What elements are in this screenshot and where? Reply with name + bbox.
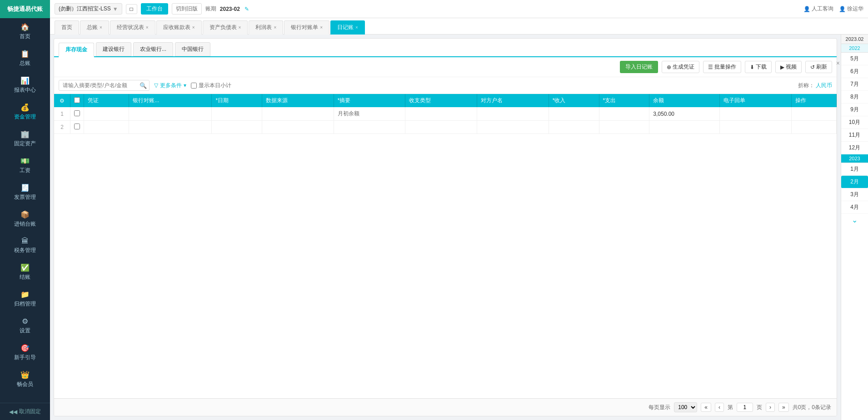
row-bank-2 bbox=[129, 121, 212, 134]
row-checkbox-1[interactable] bbox=[70, 107, 84, 121]
report-icon: 📊 bbox=[20, 76, 30, 85]
filter-dropdown-icon: ▾ bbox=[184, 82, 186, 89]
filter-button[interactable]: ▽ 更多条件 ▾ bbox=[154, 82, 186, 89]
download-button[interactable]: ⬇ 下载 bbox=[745, 61, 772, 73]
cal-month-6[interactable]: 6月 bbox=[841, 65, 868, 78]
tab-balance[interactable]: 资产负债表 × bbox=[203, 20, 248, 35]
close-calendar-button[interactable]: × bbox=[836, 59, 840, 67]
cal-month-2023-4[interactable]: 4月 bbox=[841, 201, 868, 214]
row-checkbox-2[interactable] bbox=[70, 121, 84, 134]
page-number-input[interactable] bbox=[737, 403, 753, 412]
col-action: 操作 bbox=[791, 94, 837, 107]
sidebar-item-tax[interactable]: 🏛 税务管理 bbox=[0, 232, 50, 259]
cal-month-2023-2[interactable]: 2月 bbox=[841, 176, 868, 188]
row-voucher-2 bbox=[84, 121, 129, 134]
sidebar-item-finance[interactable]: 💰 资金管理 bbox=[0, 99, 50, 125]
cal-month-8[interactable]: 8月 bbox=[841, 91, 868, 104]
batch-icon: ☰ bbox=[708, 64, 713, 70]
company-selector[interactable]: (勿删）江西招宝-LSS ▼ bbox=[55, 3, 122, 15]
cal-month-2023-1[interactable]: 1月 bbox=[841, 163, 868, 176]
app-logo: 畅捷通易代账 bbox=[0, 0, 50, 18]
batch-button[interactable]: ☰ 批量操作 bbox=[703, 61, 741, 73]
row-type-1 bbox=[405, 107, 477, 121]
sidebar-item-assets[interactable]: 🏢 固定资产 bbox=[0, 125, 50, 152]
col-settings[interactable]: ⚙ bbox=[54, 94, 70, 107]
coin-value[interactable]: 人民币 bbox=[816, 82, 832, 89]
row-expense-2 bbox=[599, 121, 649, 134]
cal-month-9[interactable]: 9月 bbox=[841, 104, 868, 116]
tab-home[interactable]: 首页 bbox=[55, 20, 79, 35]
col-checkbox-header[interactable] bbox=[70, 94, 84, 107]
tab-balance-close[interactable]: × bbox=[239, 25, 241, 30]
sidebar-item-settings[interactable]: ⚙ 设置 bbox=[0, 312, 50, 339]
tab-ledger[interactable]: 总账 × bbox=[80, 20, 109, 35]
sidebar-item-salary[interactable]: 💵 工资 bbox=[0, 152, 50, 179]
user-menu[interactable]: 👤 徐运华 bbox=[839, 5, 863, 13]
close-account-icon: ✅ bbox=[20, 263, 30, 272]
sidebar-item-member[interactable]: 👑 畅会员 bbox=[0, 366, 50, 393]
switch-old-button[interactable]: 切到旧版 bbox=[172, 3, 202, 15]
tab-ledger-close[interactable]: × bbox=[100, 25, 102, 30]
copy-button[interactable]: □ bbox=[126, 4, 137, 14]
unpin-sidebar[interactable]: ◀◀ 取消固定 bbox=[0, 403, 50, 420]
import-journal-button[interactable]: 导入日记账 bbox=[620, 61, 658, 73]
cal-month-7[interactable]: 7月 bbox=[841, 78, 868, 91]
tab-business-close[interactable]: × bbox=[146, 25, 149, 30]
cal-year-2022[interactable]: 2022 bbox=[841, 44, 868, 53]
sidebar-item-invoice[interactable]: 🧾 发票管理 bbox=[0, 179, 50, 206]
sidebar-item-home[interactable]: 🏠 首页 bbox=[0, 18, 50, 45]
cal-month-2023-3[interactable]: 3月 bbox=[841, 188, 868, 201]
show-daily-checkbox[interactable] bbox=[191, 83, 197, 89]
tab-journal[interactable]: 日记账 × bbox=[330, 20, 365, 35]
filter-icon: ▽ bbox=[154, 82, 158, 89]
tab-receivable-close[interactable]: × bbox=[192, 25, 195, 30]
prev-page-button[interactable]: ‹ bbox=[715, 403, 724, 412]
sidebar-item-reports[interactable]: 📊 报表中心 bbox=[0, 72, 50, 99]
sidebar-item-ledger[interactable]: 📋 总账 bbox=[0, 45, 50, 72]
last-page-button[interactable]: » bbox=[778, 403, 789, 412]
tab-journal-close[interactable]: × bbox=[355, 25, 358, 30]
refresh-button[interactable]: ↺ 刷新 bbox=[805, 61, 832, 73]
col-voucher: 凭证 bbox=[84, 94, 129, 107]
sub-tab-abc[interactable]: 农业银行... bbox=[133, 42, 173, 56]
sub-tab-ccb[interactable]: 建设银行 bbox=[96, 42, 131, 56]
row-income-2 bbox=[549, 121, 599, 134]
period-edit-icon[interactable]: ✎ bbox=[244, 6, 249, 12]
col-counterpart: 对方户名 bbox=[477, 94, 549, 107]
cal-month-11[interactable]: 11月 bbox=[841, 129, 868, 142]
tab-profit-close[interactable]: × bbox=[274, 25, 276, 30]
workbench-button[interactable]: 工作台 bbox=[141, 3, 168, 15]
per-page-label: 每页显示 bbox=[649, 404, 670, 411]
row-summary-2 bbox=[334, 121, 405, 134]
page-label: 第 bbox=[728, 404, 733, 411]
sub-tab-boc[interactable]: 中国银行 bbox=[175, 42, 210, 56]
tab-profit[interactable]: 利润表 × bbox=[249, 20, 283, 35]
tab-business[interactable]: 经营状况表 × bbox=[110, 20, 155, 35]
period-value: 2023-02 bbox=[220, 6, 240, 12]
row-bank-1 bbox=[129, 107, 212, 121]
col-gear-icon[interactable]: ⚙ bbox=[60, 98, 65, 104]
gen-voucher-button[interactable]: ⊕ 生成凭证 bbox=[662, 61, 699, 73]
tab-bank[interactable]: 银行对账单 × bbox=[284, 20, 329, 35]
sub-tab-cash[interactable]: 库存现金 bbox=[59, 43, 94, 57]
cal-month-10[interactable]: 10月 bbox=[841, 116, 868, 129]
next-page-button[interactable]: › bbox=[766, 403, 775, 412]
tab-receivable[interactable]: 应收账款表 × bbox=[156, 20, 202, 35]
cal-nav-down[interactable]: ⌄ bbox=[852, 214, 858, 226]
cal-month-5[interactable]: 5月 bbox=[841, 53, 868, 65]
view-button[interactable]: ▶ 视频 bbox=[775, 61, 802, 73]
cal-year-2023[interactable]: 2023 bbox=[841, 154, 868, 163]
col-type: 收支类型 bbox=[405, 94, 477, 107]
sidebar-item-guide[interactable]: 🎯 新手引导 bbox=[0, 339, 50, 366]
search-input[interactable] bbox=[59, 80, 150, 91]
sidebar-item-close[interactable]: ✅ 结账 bbox=[0, 259, 50, 286]
tab-bank-close[interactable]: × bbox=[320, 25, 323, 30]
cal-month-12[interactable]: 12月 bbox=[841, 142, 868, 154]
sidebar-item-archive[interactable]: 📁 归档管理 bbox=[0, 286, 50, 312]
per-page-select[interactable]: 100 50 200 bbox=[674, 402, 697, 412]
sidebar-item-purchase[interactable]: 📦 进销台账 bbox=[0, 206, 50, 232]
first-page-button[interactable]: « bbox=[701, 403, 711, 412]
select-all-checkbox[interactable] bbox=[74, 97, 80, 103]
help-button[interactable]: 👤 人工客询 bbox=[803, 5, 833, 13]
row-counterpart-1 bbox=[477, 107, 549, 121]
